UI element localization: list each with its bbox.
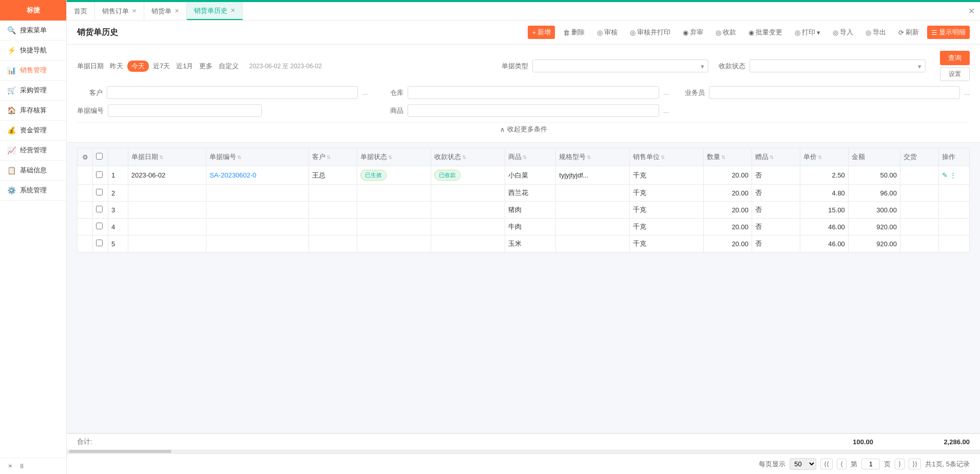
spec-col-header[interactable]: 规格型号 ⇅ <box>556 148 630 166</box>
date-custom[interactable]: 自定义 <box>217 61 241 72</box>
audit-label: 审核 <box>604 28 618 37</box>
import-button[interactable]: ◎ 导入 <box>829 26 857 39</box>
row-transaction <box>900 202 939 219</box>
sidebar-item-search[interactable]: 🔍 搜索菜单 <box>0 21 66 41</box>
content-area: 销货单历史 + 新增 🗑 删除 ◎ 审核 ◎ 审核并打印 <box>67 21 980 474</box>
date-yesterday[interactable]: 昨天 <box>108 61 125 72</box>
audit-button[interactable]: ◎ 审核 <box>593 26 622 39</box>
query-button[interactable]: 查询 <box>940 51 970 65</box>
collapse-button[interactable]: ∧ 收起更多条件 <box>77 122 970 136</box>
page-number-input[interactable] <box>861 459 880 469</box>
filter-settings-button[interactable]: 设置 <box>940 67 970 81</box>
staff-more-icon[interactable]: ... <box>964 89 970 96</box>
row-goods: 西兰花 <box>505 185 556 202</box>
warehouse-more-icon[interactable]: ... <box>663 89 669 96</box>
sidebar-item-system[interactable]: ⚙️ 系统管理 <box>0 181 66 201</box>
collect-button[interactable]: ◎ 收款 <box>712 26 740 39</box>
select-all-checkbox[interactable] <box>96 153 103 160</box>
doc-no-col-header[interactable]: 单据编号 ⇅ <box>206 148 309 166</box>
first-page-button[interactable]: ⟨⟨ <box>820 459 833 469</box>
row-settings <box>78 219 93 235</box>
doc-no-input[interactable] <box>108 104 262 117</box>
row-checkbox-cell <box>93 202 108 219</box>
row-checkbox[interactable] <box>96 189 103 195</box>
audit-print-button[interactable]: ◎ 审核并打印 <box>626 26 675 39</box>
customer-more-icon[interactable]: ... <box>362 89 368 96</box>
scroll-thumb[interactable] <box>69 450 171 453</box>
unit-col-header[interactable]: 销售单位 ⇅ <box>630 148 704 166</box>
sidebar-item-finance[interactable]: 💰 资金管理 <box>0 121 66 141</box>
gift-col-header[interactable]: 赠品 ⇅ <box>752 148 800 166</box>
tab-delivery-history-close[interactable]: ✕ <box>230 7 235 14</box>
payment-status-col-header[interactable]: 收款状态 ⇅ <box>431 148 505 166</box>
table-row: 4牛肉千克20.00否46.00920.00 <box>78 219 970 235</box>
tab-delivery-history[interactable]: 销货单历史 ✕ <box>187 2 243 20</box>
edit-icon[interactable]: ✎ <box>942 171 948 179</box>
collapse-icon: ∧ <box>500 126 505 133</box>
doc-no-link[interactable]: SA-20230602-0 <box>209 171 256 179</box>
basic-icon: 📋 <box>7 166 16 174</box>
customer-input[interactable] <box>107 86 358 99</box>
sidebar-item-inventory[interactable]: 🏠 库存核算 <box>0 101 66 121</box>
per-page-select[interactable]: 50 100 200 <box>790 458 816 470</box>
export-icon: ◎ <box>866 29 871 36</box>
row-transaction <box>900 235 939 252</box>
print-button[interactable]: ◎ 打印 ▾ <box>791 26 824 39</box>
sidebar-item-basic[interactable]: 📋 基础信息 <box>0 161 66 181</box>
sidebar-collapse-icon[interactable]: ☀ <box>7 462 13 470</box>
staff-input[interactable] <box>709 86 960 99</box>
customer-col-header[interactable]: 客户 ⇅ <box>309 148 357 166</box>
tab-delivery-close[interactable]: ✕ <box>175 8 179 14</box>
main-area: 首页 销售订单 ✕ 销货单 ✕ 销货单历史 ✕ ✕ 销货单历史 + 新增 <box>67 0 980 474</box>
delete-button[interactable]: 🗑 删除 <box>559 26 589 39</box>
warehouse-input[interactable] <box>408 86 659 99</box>
date-7days[interactable]: 近7天 <box>151 61 172 72</box>
tab-delivery[interactable]: 销货单 ✕ <box>144 2 187 20</box>
refresh-button[interactable]: ⟳ 刷新 <box>894 26 923 39</box>
next-page-button[interactable]: ⟩ <box>895 459 905 469</box>
payment-status-select[interactable] <box>750 60 926 72</box>
new-button[interactable]: + 新增 <box>528 26 555 39</box>
doc-type-select[interactable] <box>532 60 708 72</box>
tab-home[interactable]: 首页 <box>67 2 95 20</box>
batch-change-button[interactable]: ◉ 批量变更 <box>744 26 786 39</box>
qty-col-header[interactable]: 数量 ⇅ <box>703 148 752 166</box>
tab-sales-order-close[interactable]: ✕ <box>132 8 137 14</box>
price-col-header[interactable]: 单价 ⇅ <box>800 148 848 166</box>
tab-close-all-btn[interactable]: ✕ <box>963 6 980 16</box>
sidebar-item-label: 快捷导航 <box>20 46 47 55</box>
show-detail-button[interactable]: ☰ 显示明细 <box>927 26 970 39</box>
row-checkbox[interactable] <box>96 240 103 246</box>
row-unit: 千克 <box>630 166 704 185</box>
row-ops: ✎⋮ <box>939 166 970 185</box>
settings-col-header[interactable]: ⚙ <box>78 148 93 166</box>
goods-col-header[interactable]: 商品 ⇅ <box>505 148 556 166</box>
row-checkbox[interactable] <box>96 206 103 212</box>
goods-input[interactable] <box>408 104 659 117</box>
staff-filter: 业务员 ... <box>679 86 970 99</box>
prev-page-button[interactable]: ⟨ <box>837 459 847 469</box>
table-row: 2西兰花千克20.00否4.8096.00 <box>78 185 970 202</box>
payment-status-label: 收款状态 <box>719 62 745 71</box>
date-more[interactable]: 更多 <box>197 61 215 72</box>
sidebar-item-sales[interactable]: 📊 销售管理 <box>0 61 66 81</box>
horizontal-scrollbar[interactable] <box>67 449 980 453</box>
sidebar-item-operations[interactable]: 📈 经营管理 <box>0 141 66 161</box>
goods-more-icon[interactable]: ... <box>663 107 669 114</box>
abandon-button[interactable]: ◉ 弃审 <box>679 26 707 39</box>
date-today[interactable]: 今天 <box>127 61 149 72</box>
export-button[interactable]: ◎ 导出 <box>861 26 890 39</box>
row-checkbox[interactable] <box>96 171 103 178</box>
sidebar-settings-icon[interactable]: ⏸ <box>18 462 25 470</box>
date-1month[interactable]: 近1月 <box>174 61 195 72</box>
sidebar-item-purchase[interactable]: 🛒 采购管理 <box>0 81 66 101</box>
doc-status-col-header[interactable]: 单据状态 ⇅ <box>357 148 431 166</box>
row-checkbox[interactable] <box>96 223 103 229</box>
last-page-button[interactable]: ⟩⟩ <box>909 459 921 469</box>
tab-sales-order[interactable]: 销售订单 ✕ <box>95 2 144 20</box>
more-ops-icon[interactable]: ⋮ <box>950 171 956 179</box>
sidebar-item-quick[interactable]: ⚡ 快捷导航 <box>0 41 66 61</box>
row-qty: 20.00 <box>703 219 752 235</box>
doc-date-col-header[interactable]: 单据日期 ⇅ <box>128 148 206 166</box>
sidebar-item-label: 资金管理 <box>20 126 47 135</box>
